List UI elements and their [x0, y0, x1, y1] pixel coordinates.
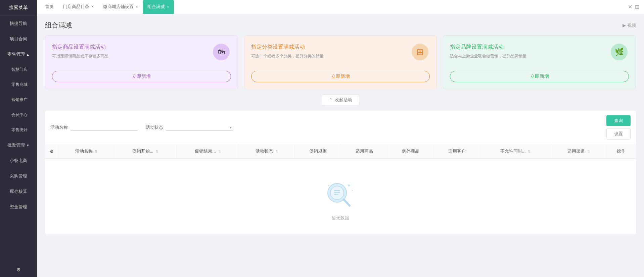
table-header-excluded-goods: 例外商品: [387, 144, 434, 159]
tab-label: 首页: [45, 4, 54, 10]
close-icon[interactable]: ×: [91, 5, 94, 9]
tab-label: 微商城店铺设置: [103, 4, 134, 10]
empty-text: 暂无数据: [52, 215, 629, 221]
table-body: 暂无数据: [45, 159, 636, 235]
close-icon[interactable]: ×: [136, 5, 138, 9]
sidebar-item-quick-nav[interactable]: 快捷导航: [0, 16, 37, 31]
sidebar-item-marketing[interactable]: 营销推广: [0, 92, 37, 107]
card-title: 指定商品设置满减活动: [52, 44, 231, 51]
table-header-promo-end[interactable]: 促销结束... ⇅: [177, 144, 239, 159]
table-header-promo-start[interactable]: 促销开始... ⇅: [114, 144, 177, 159]
sort-icon: ⇅: [275, 150, 278, 153]
sidebar-item-retail-stats[interactable]: 零售统计: [0, 122, 37, 137]
sidebar-item-smart-store[interactable]: 智慧门店: [0, 62, 37, 77]
sidebar-search[interactable]: 搜索菜单: [0, 0, 37, 16]
table-header-no-concurrent[interactable]: 不允许同时... ⇅: [480, 144, 551, 159]
card-title: 指定品牌设置满减活动: [450, 44, 629, 51]
table-header-row: ⚙ 活动名称 ⇅ 促销开始... ⇅ 促销结束...: [45, 144, 636, 159]
brand-card-add-btn[interactable]: 立即新增: [450, 71, 629, 82]
sidebar-item-label: 智慧门店: [11, 67, 28, 72]
category-icon: ⊞: [416, 47, 424, 57]
close-icon[interactable]: ×: [167, 5, 169, 9]
filter-row: 活动名称 活动状态 ▾ 查询 设置: [45, 111, 636, 144]
svg-point-7: [352, 190, 353, 191]
empty-state: 暂无数据: [45, 159, 636, 234]
sidebar-item-label: 库存核算: [10, 188, 27, 195]
table-header-status[interactable]: 活动状态 ⇅: [239, 144, 295, 159]
sort-icon: ⇅: [218, 150, 221, 153]
product-card-add-btn[interactable]: 立即新增: [52, 71, 231, 82]
leaf-icon: 🌿: [615, 48, 624, 56]
table-header-gear[interactable]: ⚙: [45, 144, 58, 159]
empty-state-row: 暂无数据: [45, 159, 636, 235]
product-promo-card: 指定商品设置满减活动 🛍 可指定滞销商品或库存较多商品 立即新增: [45, 35, 238, 89]
sidebar: 搜索菜单 快捷导航 项目合同 零售管理 ▲ 智慧门店 零售商城 营销推广 会员中…: [0, 0, 37, 277]
tab-combo-discount[interactable]: 组合满减 ×: [143, 0, 174, 14]
sidebar-item-label: 营销推广: [11, 97, 28, 103]
sidebar-item-label: 零售统计: [11, 127, 28, 133]
sidebar-item-label: 采购管理: [10, 173, 27, 179]
tab-label: 组合满减: [147, 4, 165, 10]
gear-icon: ⚙: [50, 149, 54, 154]
filter-name-item: 活动名称: [50, 124, 138, 131]
table-header-name[interactable]: 活动名称 ⇅: [58, 144, 114, 159]
sidebar-item-wholesale-mgmt[interactable]: 批发管理 ▼: [0, 137, 37, 153]
collapse-activities-btn[interactable]: ⌃ 收起活动: [322, 95, 359, 105]
query-btn[interactable]: 查询: [606, 115, 631, 126]
maximize-icon[interactable]: ⊡: [635, 4, 639, 10]
play-icon: ▶: [623, 23, 626, 28]
chevron-up-icon: ▲: [26, 53, 30, 56]
svg-point-6: [348, 184, 350, 186]
close-window-icon[interactable]: ✕: [628, 4, 632, 10]
video-link[interactable]: ▶ 视频: [623, 22, 636, 29]
activity-status-select[interactable]: [166, 124, 233, 131]
sidebar-item-retail-mall[interactable]: 零售商城: [0, 77, 37, 92]
sidebar-item-label: 零售管理: [7, 51, 25, 57]
sidebar-item-label: 零售商城: [11, 82, 28, 88]
card-title: 指定分类设置满减活动: [251, 44, 430, 51]
card-desc: 适合与上游企业联合做营销，提升品牌销量: [450, 53, 629, 64]
empty-state-cell: 暂无数据: [45, 159, 636, 235]
sidebar-settings-btn[interactable]: ⚙: [0, 262, 37, 277]
table-header-promo-rule: 促销规则: [295, 144, 341, 159]
page-header: 组合满减 ▶ 视频: [45, 21, 636, 30]
tab-wechat-store-settings[interactable]: 微商城店铺设置 ×: [98, 0, 143, 14]
table-header-applicable-channel[interactable]: 适用渠道 ⇅: [551, 144, 606, 159]
sidebar-item-label: 小畅电商: [10, 158, 27, 164]
table-wrapper: ⚙ 活动名称 ⇅ 促销开始... ⇅ 促销结束...: [45, 144, 636, 234]
category-card-add-btn[interactable]: 立即新增: [251, 71, 430, 82]
main-area: 首页 门店商品目录 × 微商城店铺设置 × 组合满减 × ✕ ⊡ 组合满减 ▶ …: [37, 0, 644, 277]
card-icon: ⊞: [412, 44, 428, 60]
sidebar-item-finance-mgmt[interactable]: 资金管理: [0, 199, 37, 215]
table-header-action: 操作: [606, 144, 636, 159]
activities-table: ⚙ 活动名称 ⇅ 促销开始... ⇅ 促销结束...: [45, 144, 636, 234]
card-icon: 🌿: [611, 44, 628, 60]
table-header-applicable-goods: 适用商品: [341, 144, 387, 159]
tab-home[interactable]: 首页: [40, 0, 58, 14]
sidebar-item-retail-management[interactable]: 零售管理 ▲: [0, 47, 37, 62]
collapse-bar: ⌃ 收起活动: [45, 95, 636, 105]
svg-point-8: [328, 185, 329, 186]
sidebar-item-purchase-mgmt[interactable]: 采购管理: [0, 168, 37, 184]
gear-icon: ⚙: [16, 267, 21, 272]
sort-icon: ⇅: [587, 150, 590, 153]
table-header-applicable-customer: 适用客户: [434, 144, 480, 159]
card-icon: 🛍: [213, 44, 230, 60]
sidebar-item-project-contract[interactable]: 项目合同: [0, 31, 37, 47]
activity-name-input[interactable]: [71, 124, 138, 131]
sort-icon: ⇅: [155, 150, 158, 153]
sidebar-item-label: 项目合同: [10, 36, 27, 42]
setting-btn[interactable]: 设置: [606, 128, 631, 140]
tab-actions: ✕ ⊡: [628, 4, 641, 10]
svg-line-2: [344, 200, 350, 206]
sidebar-item-member-center[interactable]: 会员中心: [0, 107, 37, 122]
sidebar-item-label: 快捷导航: [10, 20, 27, 26]
tab-label: 门店商品目录: [63, 4, 89, 10]
filter-status-item: 活动状态 ▾: [146, 124, 233, 131]
filter-actions: 查询 设置: [606, 115, 631, 140]
sidebar-item-xiao-ecommerce[interactable]: 小畅电商: [0, 153, 37, 168]
sidebar-item-inventory-calc[interactable]: 库存核算: [0, 184, 37, 199]
tab-store-catalog[interactable]: 门店商品目录 ×: [58, 0, 98, 14]
sort-icon: ⇅: [528, 150, 531, 153]
category-promo-card: 指定分类设置满减活动 ⊞ 可选一个或者多个分类，提升分类的销量 立即新增: [244, 35, 437, 89]
